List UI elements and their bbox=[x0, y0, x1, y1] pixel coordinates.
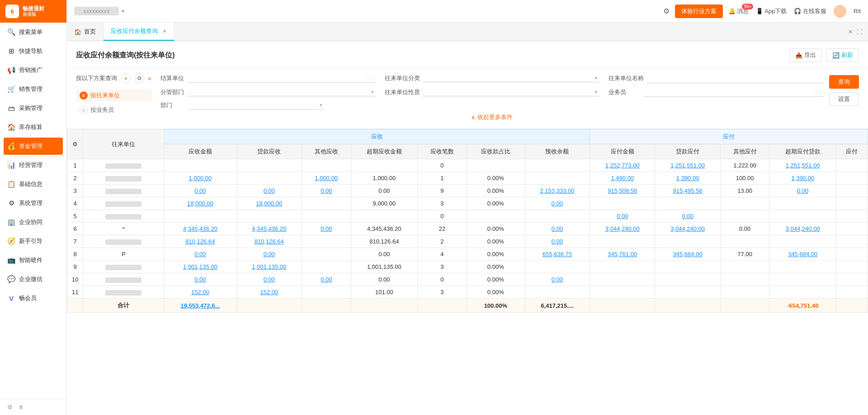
table-settings-icon[interactable]: ⚙ bbox=[72, 141, 78, 148]
sidebar-item-newbie[interactable]: 🧭 新手引导 bbox=[0, 232, 66, 251]
table-cell[interactable]: 915,495.56 bbox=[655, 185, 720, 197]
tab-close-icon[interactable]: ✕ bbox=[162, 28, 167, 34]
sidebar-item-finance[interactable]: 💰 资金管理 bbox=[4, 138, 63, 155]
app-download-btn[interactable]: 📱 App下载 bbox=[756, 7, 787, 15]
table-cell[interactable]: 345,761.00 bbox=[590, 248, 655, 261]
table-cell[interactable]: 3,044,240.00 bbox=[590, 223, 655, 235]
table-cell[interactable]: 915,508.56 bbox=[590, 185, 655, 197]
table-cell[interactable]: 0.00 bbox=[590, 210, 655, 223]
table-cell[interactable]: 2,153,333.00 bbox=[524, 185, 590, 197]
setting-button[interactable]: 设置 bbox=[829, 92, 859, 106]
partner-cell[interactable] bbox=[83, 273, 164, 286]
sidebar-item-member[interactable]: V 畅会员 bbox=[0, 289, 66, 308]
notifications-btn[interactable]: 🔔 消息 99+ bbox=[728, 7, 749, 15]
filter-add-icon[interactable]: + bbox=[121, 73, 131, 83]
table-cell[interactable]: 0.00 bbox=[524, 223, 590, 235]
sidebar-collapse-icon[interactable]: ⏸ bbox=[18, 404, 24, 410]
table-cell[interactable]: 0.00 bbox=[164, 248, 236, 261]
table-cell[interactable]: 0.00 bbox=[236, 185, 302, 197]
window-close-icon[interactable]: ✕ bbox=[848, 29, 853, 35]
settlement-input-wrap[interactable]: ··· bbox=[189, 74, 376, 83]
filter-nav-salesperson[interactable]: ◎ 按业务员 bbox=[76, 104, 151, 116]
table-cell[interactable]: 1,390.00 bbox=[655, 172, 720, 185]
table-cell[interactable]: 1,251,551.00 bbox=[655, 159, 720, 172]
filter-collapse-arrow[interactable]: « bbox=[148, 75, 151, 82]
table-cell[interactable]: 18,000.00 bbox=[236, 197, 302, 210]
sidebar-item-marketing[interactable]: 📢 营销推广 bbox=[0, 61, 66, 80]
table-cell[interactable]: 0.00 bbox=[302, 185, 351, 197]
table-cell[interactable]: 4,345,436.20 bbox=[164, 223, 236, 235]
filter-settings-icon[interactable]: ⚙ bbox=[134, 73, 144, 83]
table-cell[interactable]: 0.00 bbox=[302, 273, 351, 286]
tab-ar-ap-query[interactable]: 应收应付余额查询 ✕ bbox=[104, 23, 175, 41]
sidebar-item-inventory[interactable]: 🏠 库存核算 bbox=[0, 118, 66, 137]
partner-cell[interactable] bbox=[83, 286, 164, 299]
export-button[interactable]: 📤 导出 bbox=[789, 48, 822, 62]
sidebar-item-sales[interactable]: 🛒 销售管理 bbox=[0, 80, 66, 99]
sidebar-item-search-menu[interactable]: 🔍 搜索菜单 bbox=[0, 23, 66, 42]
sidebar-item-sys-mgmt[interactable]: ⚙ 系统管理 bbox=[0, 194, 66, 213]
table-cell[interactable]: 0.00 bbox=[236, 248, 302, 261]
table-cell[interactable]: 345,684.00 bbox=[769, 248, 836, 261]
table-cell[interactable]: 152.00 bbox=[236, 286, 302, 299]
table-cell[interactable]: 1,490.00 bbox=[590, 172, 655, 185]
th-settings[interactable]: ⚙ bbox=[67, 129, 83, 159]
partner-cell[interactable] bbox=[83, 159, 164, 172]
sidebar-item-purchase[interactable]: 🗃 采购管理 bbox=[0, 99, 66, 118]
sidebar-item-basic-info[interactable]: 📋 基础信息 bbox=[0, 175, 66, 194]
table-cell[interactable]: 1,251,551.00 bbox=[769, 159, 836, 172]
table-cell[interactable]: 1,000.00 bbox=[164, 172, 236, 185]
topbar-gear-icon[interactable]: ⚙ bbox=[663, 7, 670, 15]
table-cell[interactable]: 1,252,773.00 bbox=[590, 159, 655, 172]
partner-name-input[interactable] bbox=[646, 73, 824, 83]
table-cell[interactable]: 0.00 bbox=[164, 185, 236, 197]
table-cell[interactable]: 810,126.64 bbox=[236, 235, 302, 248]
dept-managed-select[interactable]: ▾ bbox=[189, 88, 376, 96]
table-cell[interactable]: 0.00 bbox=[302, 223, 351, 235]
partner-cell[interactable] bbox=[83, 197, 164, 210]
partner-cell[interactable] bbox=[83, 261, 164, 273]
tab-home[interactable]: 🏠 首页 bbox=[67, 23, 104, 40]
sidebar-item-smart-hw[interactable]: 📺 智能硬件 bbox=[0, 251, 66, 270]
table-cell[interactable]: 18,000.00 bbox=[164, 197, 236, 210]
partner-cell[interactable] bbox=[83, 210, 164, 223]
table-cell[interactable]: 4,345,436.20 bbox=[236, 223, 302, 235]
partner-cell[interactable] bbox=[83, 235, 164, 248]
table-cell[interactable]: 0.00 bbox=[655, 210, 720, 223]
table-cell[interactable]: 810,126.64 bbox=[164, 235, 236, 248]
partner-cell[interactable] bbox=[83, 185, 164, 197]
table-cell[interactable]: 1,001,135.00 bbox=[164, 261, 236, 273]
table-cell[interactable]: 0.00 bbox=[524, 197, 590, 210]
collapse-btn[interactable]: ∧ 收起更多条件 bbox=[160, 111, 824, 123]
table-cell[interactable]: 1,001,135.00 bbox=[236, 261, 302, 273]
query-button[interactable]: 查询 bbox=[829, 75, 859, 89]
window-expand-icon[interactable]: ⛶ bbox=[857, 29, 863, 35]
refresh-button[interactable]: 🔄 刷新 bbox=[826, 48, 859, 62]
table-cell[interactable]: 152.00 bbox=[164, 286, 236, 299]
table-cell[interactable]: 0.00 bbox=[524, 235, 590, 248]
avatar[interactable] bbox=[834, 5, 846, 18]
sidebar-settings-icon[interactable]: ⚙ bbox=[7, 404, 13, 410]
table-cell[interactable]: 345,684.00 bbox=[655, 248, 720, 261]
table-cell[interactable]: 0.00 bbox=[769, 185, 836, 197]
total-ar-amount[interactable]: 19,553,472.6... bbox=[164, 299, 236, 313]
sidebar-item-corp-wechat[interactable]: 💬 企业微信 bbox=[0, 270, 66, 289]
table-cell[interactable]: 3,044,240.00 bbox=[769, 223, 836, 235]
table-cell[interactable]: 0.00 bbox=[164, 273, 236, 286]
table-cell[interactable]: 1,390.00 bbox=[769, 172, 836, 185]
table-cell[interactable]: 0.00 bbox=[524, 273, 590, 286]
partner-cell[interactable]: P bbox=[83, 248, 164, 261]
sidebar-item-quick-nav[interactable]: ⊞ 快捷导航 bbox=[0, 42, 66, 61]
partner-cell[interactable] bbox=[83, 172, 164, 185]
sidebar-item-operations[interactable]: 📊 经营管理 bbox=[0, 156, 66, 175]
dept-select[interactable]: ▾ bbox=[189, 101, 324, 110]
table-cell[interactable]: 0.00 bbox=[236, 273, 302, 286]
filter-nav-partner[interactable]: ⊞ 按往来单位 bbox=[76, 90, 151, 101]
online-service-btn[interactable]: 🎧 在线客服 bbox=[794, 7, 826, 15]
partner-nature-select[interactable]: ▾ bbox=[423, 88, 600, 96]
table-cell[interactable]: 655,636.75 bbox=[524, 248, 590, 261]
partner-category-select[interactable]: ▾ bbox=[423, 74, 600, 82]
sidebar-item-corp-collab[interactable]: 🏢 企业协同 bbox=[0, 213, 66, 232]
table-cell[interactable]: 3,044,240.00 bbox=[655, 223, 720, 235]
partner-cell[interactable]: ^ bbox=[83, 223, 164, 235]
